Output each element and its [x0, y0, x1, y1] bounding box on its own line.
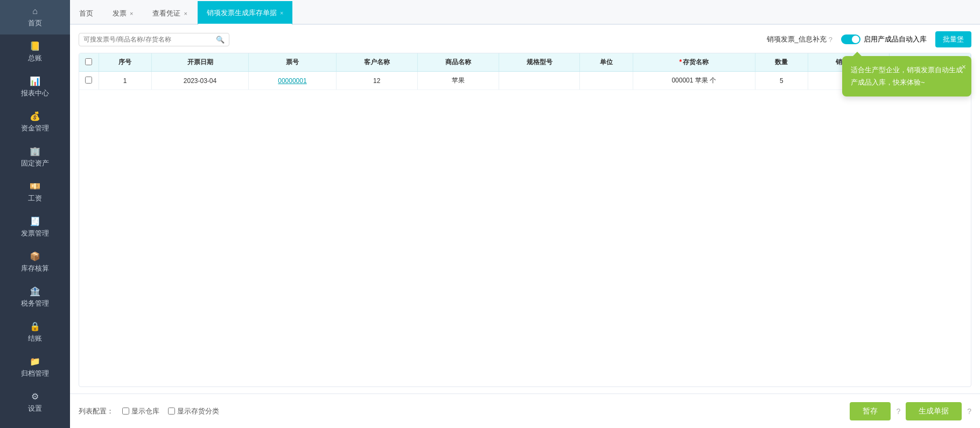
tab-voucher-close[interactable]: × — [184, 10, 187, 17]
sidebar-label-funds: 资金管理 — [21, 123, 49, 133]
row-seq: 1 — [99, 72, 151, 90]
row-unit — [580, 72, 633, 90]
tab-generate[interactable]: 销项发票生成库存单据 × — [198, 1, 292, 25]
save-help-icon: ? — [896, 407, 900, 416]
sidebar-item-salary[interactable]: 💴 工资 — [0, 175, 70, 210]
tab-generate-label: 销项发票生成库存单据 — [207, 8, 277, 18]
info-text: 销项发票_信息补充 — [767, 34, 827, 44]
sidebar-item-ledger[interactable]: 📒 总账 — [0, 34, 70, 70]
th-seq: 序号 — [99, 53, 151, 72]
sidebar: ⌂ 首页 📒 总账 📊 报表中心 💰 资金管理 🏢 固定资产 💴 工资 🧾 发票… — [0, 0, 70, 428]
auto-warehouse-toggle[interactable] — [841, 34, 860, 44]
sidebar-item-assets[interactable]: 🏢 固定资产 — [0, 140, 70, 175]
select-all-checkbox[interactable] — [85, 58, 92, 65]
tab-voucher-label: 查看凭证 — [152, 9, 180, 18]
salary-icon: 💴 — [30, 181, 40, 191]
sidebar-item-home[interactable]: ⌂ 首页 — [0, 0, 70, 34]
table-row: 1 2023-03-04 00000001 12 苹果 000001 苹果 个 … — [79, 72, 971, 90]
row-checkbox-0[interactable] — [85, 77, 92, 84]
sidebar-item-archive[interactable]: 📁 归档管理 — [0, 350, 70, 385]
row-qty: 5 — [755, 72, 808, 90]
tab-voucher[interactable]: 查看凭证 × — [143, 1, 196, 25]
top-bar: 🔍 销项发票_信息补充 ? 启用产成品自动入库 批量堡 — [79, 31, 971, 47]
row-customer: 12 — [336, 72, 417, 90]
show-category-label[interactable]: 显示存货分类 — [168, 406, 219, 416]
tab-home-label: 首页 — [79, 9, 93, 18]
th-goods: 商品名称 — [417, 53, 499, 72]
sidebar-item-report[interactable]: 📊 报表中心 — [0, 70, 70, 105]
list-config-label: 列表配置： — [79, 406, 114, 416]
row-date: 2023-03-04 — [151, 72, 248, 90]
sidebar-label-invoice: 发票管理 — [21, 229, 49, 238]
closing-icon: 🔒 — [30, 321, 40, 332]
tooltip-close-button[interactable]: × — [962, 60, 966, 74]
tab-invoice-label: 发票 — [113, 9, 127, 18]
show-category-checkbox[interactable] — [168, 408, 175, 415]
th-customer: 客户名称 — [336, 53, 417, 72]
invoice-icon: 🧾 — [30, 216, 40, 226]
toggle-label: 启用产成品自动入库 — [864, 34, 927, 44]
show-warehouse-text: 显示仓库 — [131, 406, 159, 416]
home-icon: ⌂ — [30, 6, 40, 16]
th-checkbox — [79, 53, 99, 72]
toggle-container: 启用产成品自动入库 — [841, 34, 927, 44]
tab-home[interactable]: 首页 — [70, 1, 102, 25]
search-input[interactable] — [83, 36, 216, 43]
content-area: 🔍 销项发票_信息补充 ? 启用产成品自动入库 批量堡 — [70, 25, 980, 394]
list-config: 列表配置： 显示仓库 显示存货分类 — [79, 406, 219, 416]
sidebar-item-guide[interactable]: ▶ 新手引导 — [0, 420, 70, 428]
tab-invoice-close[interactable]: × — [130, 10, 133, 17]
th-date: 开票日期 — [151, 53, 248, 72]
sidebar-label-archive: 归档管理 — [21, 369, 49, 378]
sidebar-item-inventory[interactable]: 📦 库存核算 — [0, 245, 70, 280]
funds-icon: 💰 — [30, 111, 40, 121]
sidebar-label-salary: 工资 — [28, 194, 42, 203]
assets-icon: 🏢 — [30, 146, 40, 156]
row-spec — [499, 72, 580, 90]
archive-icon: 📁 — [30, 356, 40, 367]
tooltip-popup: × 适合生产型企业，销项发票自动生成产成品入库，快来体验~ — [842, 56, 971, 96]
tab-generate-close[interactable]: × — [280, 10, 283, 16]
report-icon: 📊 — [30, 76, 40, 86]
top-right: 销项发票_信息补充 ? 启用产成品自动入库 批量堡 — [767, 31, 971, 47]
sidebar-item-funds[interactable]: 💰 资金管理 — [0, 105, 70, 140]
row-goods: 苹果 — [417, 72, 499, 90]
th-unit: 单位 — [580, 53, 633, 72]
sidebar-item-closing[interactable]: 🔒 结账 — [0, 315, 70, 350]
required-star: * — [679, 58, 682, 66]
tab-bar: 首页 发票 × 查看凭证 × 销项发票生成库存单据 × — [70, 0, 980, 25]
tax-icon: 🏦 — [30, 286, 40, 296]
row-ticket-no[interactable]: 00000001 — [249, 72, 337, 90]
sidebar-label-ledger: 总账 — [28, 53, 42, 63]
show-warehouse-label[interactable]: 显示仓库 — [122, 406, 159, 416]
settings-icon: ⚙ — [30, 391, 40, 402]
th-inventory: *存货名称 — [633, 53, 755, 72]
show-category-text: 显示存货分类 — [177, 406, 219, 416]
tab-invoice[interactable]: 发票 × — [103, 1, 142, 25]
show-warehouse-checkbox[interactable] — [122, 408, 129, 415]
batch-button[interactable]: 批量堡 — [935, 31, 971, 47]
save-button[interactable]: 暂存 — [850, 402, 891, 420]
sidebar-item-invoice[interactable]: 🧾 发票管理 — [0, 210, 70, 245]
row-inventory: 000001 苹果 个 — [633, 72, 755, 90]
th-spec: 规格型号 — [499, 53, 580, 72]
generate-help-icon: ? — [967, 407, 971, 416]
sidebar-label-settings: 设置 — [28, 404, 42, 413]
sidebar-label-assets: 固定资产 — [21, 158, 49, 168]
ledger-icon: 📒 — [30, 41, 40, 51]
info-help-icon: ? — [829, 36, 832, 44]
row-checkbox-cell — [79, 72, 99, 90]
sidebar-label-inventory: 库存核算 — [21, 264, 49, 273]
sidebar-label-home: 首页 — [28, 18, 42, 28]
tooltip-text: 适合生产型企业，销项发票自动生成产成品入库，快来体验~ — [851, 66, 963, 86]
footer-buttons: 暂存 ? 生成单据 ? — [850, 402, 971, 420]
sidebar-item-tax[interactable]: 🏦 税务管理 — [0, 280, 70, 315]
search-icon: 🔍 — [216, 36, 225, 44]
sidebar-label-tax: 税务管理 — [21, 299, 49, 308]
generate-button[interactable]: 生成单据 — [906, 402, 962, 420]
th-qty: 数量 — [755, 53, 808, 72]
search-box[interactable]: 🔍 — [79, 33, 229, 46]
footer: 列表配置： 显示仓库 显示存货分类 暂存 ? 生成单据 ? — [70, 394, 980, 428]
sidebar-label-closing: 结账 — [28, 334, 42, 343]
sidebar-item-settings[interactable]: ⚙ 设置 — [0, 385, 70, 420]
